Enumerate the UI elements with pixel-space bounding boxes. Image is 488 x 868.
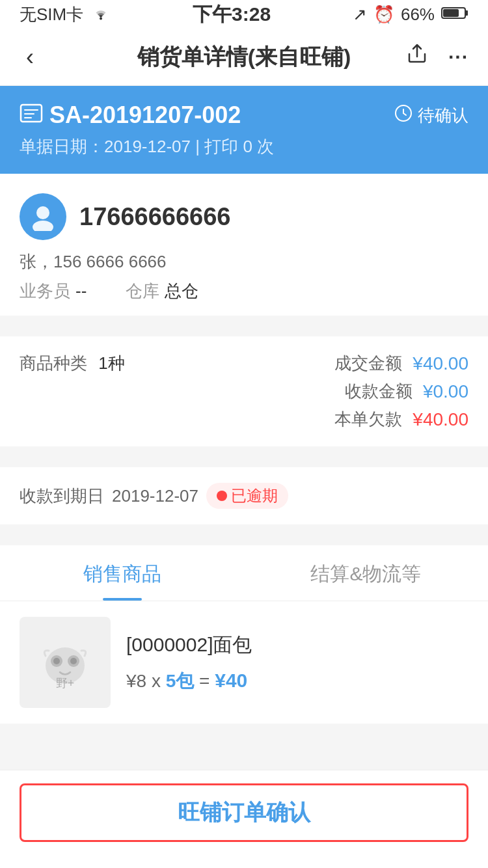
- due-date-value: 2019-12-07: [112, 486, 198, 506]
- customer-phone: 17666666666: [79, 203, 230, 231]
- overdue-dot-icon: [217, 491, 227, 501]
- carrier-label: 无SIM卡: [20, 3, 83, 26]
- clock-icon: [394, 104, 413, 127]
- divider-2: [0, 457, 488, 467]
- page-title: 销货单详情(来自旺铺): [137, 42, 351, 72]
- nav-actions: ···: [405, 42, 468, 72]
- svg-point-0: [100, 17, 102, 20]
- product-section: 野+ [0000002]面包 ¥8 x 5包 = ¥40: [0, 601, 488, 724]
- stats-section: 商品种类 1种 成交金额 ¥40.00 收款金额 ¥0.00 本单欠款 ¥40.…: [0, 336, 488, 446]
- doc-date: 单据日期：2019-12-07 | 打印 0 次: [20, 135, 468, 158]
- salesperson-item: 业务员 --: [20, 280, 87, 303]
- share-icon[interactable]: [405, 42, 429, 72]
- tab-settlement[interactable]: 结算&物流等: [244, 545, 488, 601]
- product-type-value: 1种: [98, 353, 124, 373]
- alarm-icon: ⏰: [373, 5, 394, 25]
- price-equals: =: [199, 671, 215, 691]
- tabs-row: 销售商品 结算&物流等: [0, 545, 488, 601]
- confirm-order-button[interactable]: 旺铺订单确认: [20, 783, 468, 842]
- svg-rect-3: [443, 9, 459, 17]
- svg-point-6: [36, 206, 49, 219]
- wifi-icon: [91, 5, 111, 25]
- salesperson-label: 业务员: [20, 280, 70, 303]
- time-display: 下午3:28: [193, 1, 271, 28]
- doc-header: SA-20191207-002 待确认 单据日期：2019-12-07 | 打印…: [0, 86, 488, 174]
- divider-3: [0, 535, 488, 545]
- price-multiplier: x: [152, 671, 166, 691]
- price-quantity: 5包: [166, 671, 195, 691]
- divider-1: [0, 326, 488, 336]
- doc-status: 待确认: [394, 104, 468, 127]
- doc-number: SA-20191207-002: [20, 102, 241, 129]
- transaction-amount: ¥40.00: [413, 353, 468, 374]
- payment-row: 收款金额 ¥0.00: [345, 380, 468, 403]
- product-price: ¥8 x 5包 = ¥40: [126, 669, 468, 694]
- bottom-area: 旺铺订单确认: [0, 770, 488, 868]
- salesperson-value: --: [75, 281, 87, 301]
- transaction-label: 成交金额: [334, 352, 402, 375]
- customer-section: 17666666666 张，156 6666 6666 业务员 -- 仓库 总仓: [0, 174, 488, 316]
- warehouse-value: 总仓: [165, 280, 198, 303]
- nav-bar: ‹ 销货单详情(来自旺铺) ···: [0, 29, 488, 86]
- svg-point-11: [53, 658, 60, 664]
- avatar: [20, 193, 66, 240]
- product-type: 商品种类 1种: [20, 352, 125, 375]
- location-icon: ↗: [353, 5, 367, 25]
- warehouse-label: 仓库: [126, 280, 159, 303]
- product-type-label: 商品种类: [20, 353, 87, 373]
- balance-amount: ¥40.00: [413, 409, 468, 430]
- status-bar: 无SIM卡 下午3:28 ↗ ⏰ 66%: [0, 0, 488, 29]
- overdue-badge: 已逾期: [206, 483, 288, 509]
- customer-top: 17666666666: [20, 193, 468, 240]
- customer-meta: 业务员 -- 仓库 总仓: [20, 280, 468, 303]
- balance-label: 本单欠款: [334, 408, 402, 431]
- product-image: 野+: [20, 617, 111, 708]
- battery-icon: [441, 5, 468, 25]
- svg-rect-2: [465, 10, 468, 16]
- product-name: [0000002]面包: [126, 632, 468, 658]
- status-left: 无SIM卡: [20, 3, 111, 26]
- more-icon[interactable]: ···: [448, 46, 468, 68]
- price-total: ¥40: [215, 670, 247, 691]
- amounts: 成交金额 ¥40.00 收款金额 ¥0.00 本单欠款 ¥40.00: [334, 352, 468, 431]
- price-value: ¥8: [126, 671, 146, 691]
- svg-point-12: [70, 658, 77, 664]
- svg-point-7: [33, 221, 53, 231]
- warehouse-item: 仓库 总仓: [126, 280, 198, 303]
- tab-products[interactable]: 销售商品: [0, 545, 244, 601]
- customer-name-detail: 张，156 6666 6666: [20, 251, 468, 273]
- doc-header-top: SA-20191207-002 待确认: [20, 102, 468, 129]
- tabs-section: 销售商品 结算&物流等: [0, 545, 488, 601]
- overdue-text: 已逾期: [231, 485, 278, 506]
- due-section: 收款到期日 2019-12-07 已逾期: [0, 467, 488, 524]
- status-right: ↗ ⏰ 66%: [353, 5, 468, 25]
- balance-row: 本单欠款 ¥40.00: [334, 408, 468, 431]
- product-info: [0000002]面包 ¥8 x 5包 = ¥40: [126, 632, 468, 694]
- svg-text:野+: 野+: [56, 677, 75, 688]
- transaction-row: 成交金额 ¥40.00: [334, 352, 468, 375]
- payment-label: 收款金额: [345, 380, 413, 403]
- battery-label: 66%: [401, 5, 435, 25]
- payment-amount: ¥0.00: [423, 381, 468, 402]
- doc-icon: [20, 102, 43, 129]
- due-date-label: 收款到期日: [20, 485, 104, 508]
- back-button[interactable]: ‹: [20, 37, 40, 77]
